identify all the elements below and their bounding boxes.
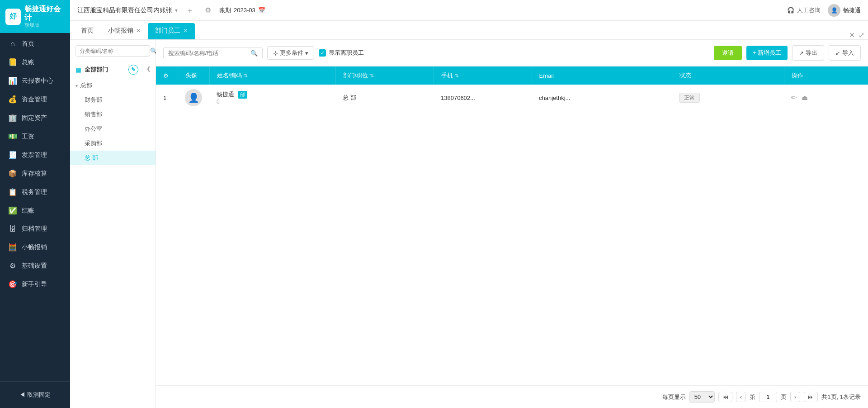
sidebar-item-label: 资金管理	[22, 95, 47, 104]
tab-home[interactable]: 首页	[74, 23, 101, 39]
prev-page-button[interactable]: ‹	[736, 392, 746, 402]
sidebar-logo: 好 畅捷通好会计 旗舰版	[0, 0, 70, 33]
employee-toolbar: 🔍 ⊹ 更多条件 ▾ ✓ 显示离职员工 邀请 + 新增员工	[156, 40, 868, 66]
sidebar-item-closing[interactable]: ✅ 结账	[0, 201, 70, 220]
filter-arrow-icon: ▾	[305, 50, 308, 57]
sidebar-item-assets[interactable]: 🏢 固定资产	[0, 109, 70, 127]
sidebar: 好 畅捷通好会计 旗舰版 ⌂ 首页 📒 总账 📊 云报表中心 💰 资金管理 🏢 …	[0, 0, 70, 408]
dept-child-label: 采购部	[85, 140, 102, 147]
sort-name-icon: ⇅	[244, 73, 248, 78]
col-phone[interactable]: 手机⇅	[434, 66, 532, 85]
sidebar-item-archive[interactable]: 🗄 归档管理	[0, 220, 70, 238]
company-selector[interactable]: 江西服宝精品有限责任公司内账张 ▾	[77, 6, 178, 14]
import-button[interactable]: ↙ 导入	[829, 45, 861, 61]
pagination: 每页显示 50 100 200 ⏮ ‹ 第 页 › ⏭ 共1页, 1条记录	[156, 385, 868, 408]
sidebar-item-guide[interactable]: 🎯 新手引导	[0, 275, 70, 294]
employee-dept-badge: 部	[238, 91, 247, 99]
dept-child-general[interactable]: 总 部	[70, 151, 156, 165]
sidebar-item-home[interactable]: ⌂ 首页	[0, 35, 70, 53]
filter-button[interactable]: ⊹ 更多条件 ▾	[267, 46, 314, 60]
logout-employee-button[interactable]: ⏏	[802, 94, 808, 102]
dept-child-label: 办公室	[85, 125, 102, 132]
row-phone: 138070602...	[434, 85, 532, 111]
dept-search-box[interactable]: 🔍	[75, 45, 150, 57]
add-employee-button[interactable]: + 新增员工	[746, 46, 788, 60]
per-page-label: 每页显示	[662, 393, 686, 401]
period-label: 账期	[219, 6, 231, 14]
topbar: 江西服宝精品有限责任公司内账张 ▾ ＋ ⚙ 账期 2023-03 📅 🎧 人工咨…	[70, 0, 868, 21]
per-page-select[interactable]: 50 100 200	[689, 391, 715, 403]
row-avatar: 👤	[178, 85, 209, 111]
sidebar-item-label: 首页	[22, 40, 34, 48]
dept-parent-zongbu[interactable]: ▾ 总部	[70, 78, 156, 93]
resigned-label: 显示离职员工	[329, 49, 364, 57]
add-company-button[interactable]: ＋	[183, 5, 197, 16]
tab-expense[interactable]: 小畅报销 ✕	[101, 23, 148, 39]
employee-search-box[interactable]: 🔍	[163, 47, 263, 59]
user-name: 畅捷通	[843, 6, 861, 14]
sidebar-item-label: 归档管理	[22, 225, 47, 233]
tab-close-all-button[interactable]: ✕	[849, 31, 855, 39]
sidebar-item-tax[interactable]: 📋 税务管理	[0, 183, 70, 201]
page-number-input[interactable]	[759, 392, 777, 402]
company-dropdown-icon: ▾	[175, 7, 178, 14]
service-button[interactable]: 🎧 人工咨询	[787, 6, 821, 14]
employee-search-input[interactable]	[168, 50, 248, 57]
sidebar-item-invoice[interactable]: 🧾 发票管理	[0, 146, 70, 164]
col-dept[interactable]: 部门/职位⇅	[335, 66, 434, 85]
logo-icon: 好	[5, 9, 21, 25]
sidebar-item-expense[interactable]: 🧮 小畅报销	[0, 238, 70, 256]
tab-home-label: 首页	[81, 27, 94, 35]
dept-child-office[interactable]: 办公室	[70, 122, 156, 136]
tab-expense-close[interactable]: ✕	[136, 28, 141, 34]
tab-dept[interactable]: 部门员工 ✕	[148, 23, 195, 39]
next-page-button[interactable]: ›	[790, 392, 800, 402]
payroll-icon: 💵	[8, 132, 17, 141]
sidebar-item-label: 结账	[22, 207, 34, 215]
settings-icon: ⚙	[8, 261, 17, 270]
employee-panel: 🔍 ⊹ 更多条件 ▾ ✓ 显示离职员工 邀请 + 新增员工	[156, 40, 868, 408]
sidebar-item-settings[interactable]: ⚙ 基础设置	[0, 256, 70, 275]
user-menu[interactable]: 👤 畅捷通	[828, 4, 861, 17]
resigned-checkbox[interactable]: ✓	[319, 49, 326, 57]
calendar-icon[interactable]: 📅	[258, 7, 265, 14]
col-name[interactable]: 姓名/编码⇅	[209, 66, 335, 85]
dept-child-finance[interactable]: 财务部	[70, 93, 156, 107]
row-status: 正常	[672, 85, 784, 111]
sidebar-nav: ⌂ 首页 📒 总账 📊 云报表中心 💰 资金管理 🏢 固定资产 💵 工资 🧾 发…	[0, 33, 70, 381]
first-page-button[interactable]: ⏮	[718, 392, 732, 402]
dept-edit-button[interactable]: ✎	[128, 65, 138, 75]
sidebar-item-inventory[interactable]: 📦 库存核算	[0, 164, 70, 183]
cancel-pin-label: ◀ 取消固定	[19, 391, 51, 399]
dept-arrow-icon: ▾	[75, 83, 78, 88]
tab-expand-button[interactable]: ⤢	[859, 31, 864, 39]
dept-child-purchase[interactable]: 采购部	[70, 136, 156, 151]
export-button[interactable]: ↗ 导出	[792, 45, 824, 61]
sidebar-item-ledger[interactable]: 📒 总账	[0, 53, 70, 71]
col-settings[interactable]: ⚙	[156, 66, 178, 85]
last-page-button[interactable]: ⏭	[804, 392, 818, 402]
dept-panel: 🔍 ▦ 全部部门 ✎ 《 ▾ 总部 财务部 销售部	[70, 40, 156, 408]
show-resigned-toggle[interactable]: ✓ 显示离职员工	[319, 49, 364, 57]
period-value[interactable]: 2023-03	[234, 7, 255, 14]
sidebar-item-funds[interactable]: 💰 资金管理	[0, 90, 70, 109]
all-dept-item[interactable]: ▦ 全部部门 ✎ 《	[70, 61, 156, 78]
topbar-settings-icon[interactable]: ⚙	[202, 6, 214, 14]
sidebar-item-reports[interactable]: 📊 云报表中心	[0, 71, 70, 90]
employee-code: 0	[217, 99, 328, 105]
edit-employee-button[interactable]: ✏	[791, 94, 797, 102]
closing-icon: ✅	[8, 206, 17, 215]
tab-dept-close[interactable]: ✕	[183, 28, 188, 34]
logo-title: 畅捷通好会计	[24, 5, 65, 22]
assets-icon: 🏢	[8, 114, 17, 122]
cancel-pin-button[interactable]: ◀ 取消固定	[0, 387, 70, 403]
sort-dept-icon: ⇅	[370, 73, 374, 78]
dept-collapse-icon[interactable]: 《	[144, 66, 150, 74]
dept-child-sales[interactable]: 销售部	[70, 107, 156, 122]
invite-button[interactable]: 邀请	[714, 46, 742, 60]
sidebar-item-payroll[interactable]: 💵 工资	[0, 127, 70, 146]
invite-label: 邀请	[722, 49, 734, 56]
dept-search-input[interactable]	[80, 48, 147, 54]
tab-expense-label: 小畅报销	[108, 27, 133, 35]
guide-icon: 🎯	[8, 280, 17, 289]
